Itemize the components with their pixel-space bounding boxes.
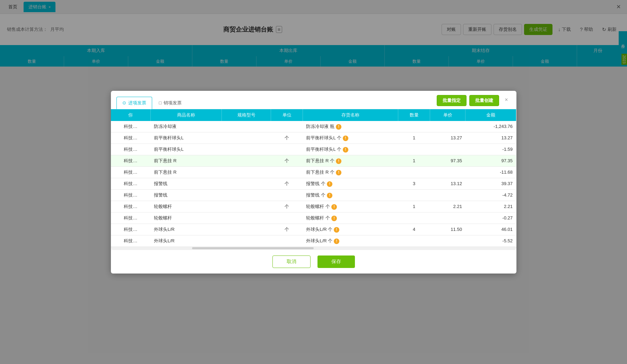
modal-overlay: ⊙ 进项发票 □ 销项发票 批量指定 批量创建 × 你 商品名 — [0, 0, 627, 67]
